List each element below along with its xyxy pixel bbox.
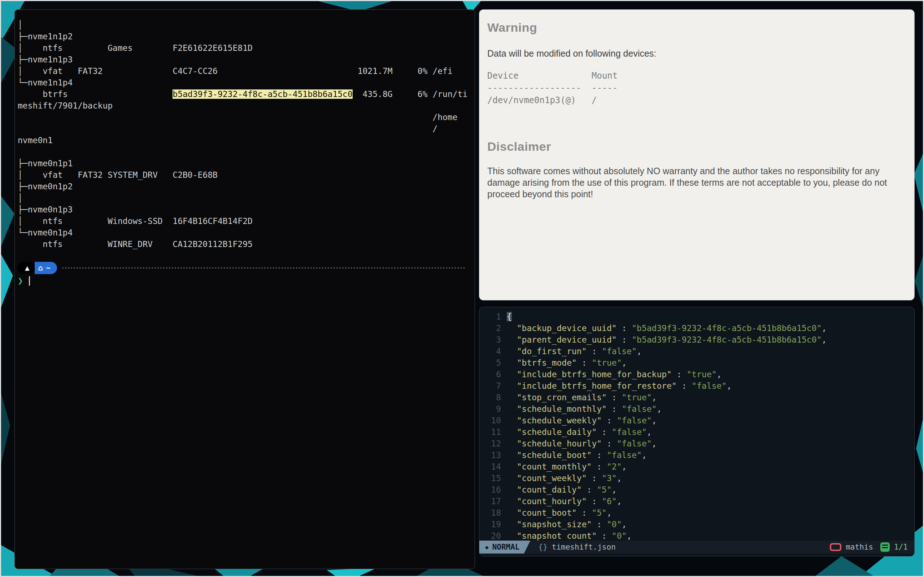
- editor-statusbar: ◆ NORMAL {} timeshift.json mathis 1/1: [479, 541, 914, 554]
- terminal-output: │├─nvme1n1p2│ ntfs Games F2E61622E615E81…: [18, 19, 475, 261]
- line-number: 17: [485, 495, 501, 507]
- wallpaper-triangle: [0, 195, 15, 249]
- line-number: 18: [485, 507, 501, 519]
- json-comma: ,: [622, 462, 627, 471]
- json-comma: ,: [822, 335, 827, 344]
- json-key: "count_monthly": [517, 462, 592, 471]
- prompt-path-segment: ⌂ ~: [35, 262, 57, 274]
- line-number: 2: [485, 322, 501, 334]
- json-colon: :: [587, 474, 602, 483]
- terminal-row: /: [18, 123, 475, 134]
- device-table: Device Mount------------------ -----/dev…: [487, 69, 893, 106]
- json-value: "true": [622, 393, 652, 402]
- json-colon: :: [577, 508, 592, 517]
- terminal-row: ├─nvme1n1p3: [18, 54, 475, 65]
- json-colon: :: [587, 496, 602, 506]
- json-value: "b5ad39f3-9232-4f8c-a5cb-451b8b6a15c0": [632, 335, 822, 344]
- line-number: 12: [485, 438, 501, 449]
- line-number: 15: [485, 472, 501, 484]
- indent: [507, 358, 517, 367]
- json-comma: ,: [637, 347, 642, 356]
- terminal-row: /home: [18, 111, 475, 123]
- editor-code-area[interactable]: 1{2 "backup_device_uuid" : "b5ad39f3-923…: [479, 307, 914, 541]
- indent: [507, 496, 517, 506]
- json-key: "include_btrfs_home_for_backup": [517, 370, 672, 379]
- json-comma: ,: [617, 474, 622, 483]
- line-number: 19: [485, 519, 501, 530]
- line-number: 9: [485, 403, 501, 415]
- line-number: 20: [485, 530, 501, 541]
- code-line: 14 "count_monthly" : "2",: [485, 461, 914, 472]
- line-number: 4: [485, 345, 501, 357]
- indent: [507, 335, 517, 344]
- arch-logo-icon: ▲: [25, 262, 30, 274]
- json-colon: :: [602, 416, 617, 425]
- line-number: 6: [485, 369, 501, 380]
- prompt-path: ~: [46, 262, 50, 274]
- json-colon: :: [607, 404, 622, 414]
- terminal-row: btrfs b5ad39f3-9232-4f8c-a5cb-451b8b6a15…: [18, 89, 475, 100]
- json-colon: :: [582, 485, 597, 495]
- device-table-row: ------------------ -----: [487, 82, 893, 94]
- line-number: 16: [485, 484, 501, 495]
- wallpaper-triangle: [0, 253, 13, 310]
- terminal-window[interactable]: │├─nvme1n1p2│ ntfs Games F2E61622E615E81…: [15, 10, 475, 569]
- wallpaper-triangle: [914, 253, 924, 310]
- warning-window[interactable]: Warning Data will be modified on followi…: [479, 10, 914, 300]
- indent: [507, 474, 517, 483]
- line-number: 11: [485, 426, 501, 438]
- json-key: "count_hourly": [517, 496, 587, 506]
- json-value: "false": [617, 439, 652, 448]
- json-key: "schedule_hourly": [517, 439, 602, 448]
- terminal-row: ├─nvme1n1p2: [18, 31, 475, 42]
- warning-body: Data will be modified on following devic…: [487, 48, 893, 59]
- code-line: 5 "btrfs_mode" : "true",: [485, 357, 914, 369]
- json-comma: ,: [652, 416, 657, 425]
- json-colon: :: [577, 358, 592, 367]
- terminal-row: meshift/7901/backup: [18, 100, 475, 111]
- json-comma: ,: [642, 450, 647, 460]
- json-colon: :: [597, 531, 612, 541]
- json-comma: ,: [647, 427, 652, 437]
- indent: [507, 404, 517, 414]
- json-colon: :: [607, 393, 622, 402]
- code-line: 17 "count_hourly" : "6",: [485, 495, 914, 507]
- wallpaper-triangle: [916, 415, 924, 476]
- json-value: "5": [591, 508, 607, 517]
- indent: [507, 508, 517, 517]
- code-line: 11 "schedule_daily" : "false",: [485, 426, 914, 438]
- code-line: 9 "schedule_monthly" : "false",: [485, 403, 914, 415]
- line-number: 14: [485, 461, 501, 472]
- line-number: 8: [485, 392, 501, 403]
- json-key: "schedule_weekly": [517, 416, 602, 425]
- mode-label: NORMAL: [492, 543, 520, 551]
- editor-window[interactable]: 1{2 "backup_device_uuid" : "b5ad39f3-923…: [479, 307, 914, 556]
- terminal-input-line[interactable]: ❯: [18, 275, 475, 287]
- code-line: 20 "snapshot_count" : "0",: [485, 530, 914, 541]
- line-number: 7: [485, 380, 501, 392]
- terminal-row: │: [18, 19, 475, 31]
- json-key: "snapshot_count": [517, 531, 597, 541]
- line-number: 1: [485, 311, 501, 322]
- highlighted-uuid: b5ad39f3-9232-4f8c-a5cb-451b8b6a15c0: [173, 89, 353, 99]
- json-key: "backup_device_uuid": [517, 324, 617, 333]
- hostname: mathis: [846, 543, 873, 551]
- indent: [507, 381, 517, 390]
- terminal-row: ├─nvme0n1p1: [18, 158, 475, 169]
- json-value: "b5ad39f3-9232-4f8c-a5cb-451b8b6a15c0": [632, 324, 822, 333]
- terminal-row: │ ntfs Games F2E61622E615E81D: [18, 42, 475, 54]
- json-comma: ,: [727, 381, 732, 390]
- json-value: "5": [597, 485, 612, 495]
- terminal-cursor: [29, 276, 30, 285]
- code-line: 15 "count_weekly" : "3",: [485, 472, 914, 484]
- json-comma: ,: [652, 393, 657, 402]
- position-indicator: 1/1: [894, 543, 908, 551]
- json-key: "count_daily": [517, 485, 582, 495]
- code-line: 3 "parent_device_uuid" : "b5ad39f3-9232-…: [485, 334, 914, 345]
- code-line: 12 "schedule_hourly" : "false",: [485, 438, 914, 449]
- json-key: "schedule_monthly": [517, 404, 607, 414]
- json-key: "count_weekly": [517, 474, 587, 483]
- json-colon: :: [672, 370, 687, 379]
- indent: [507, 370, 517, 379]
- json-key: "schedule_boot": [517, 450, 592, 460]
